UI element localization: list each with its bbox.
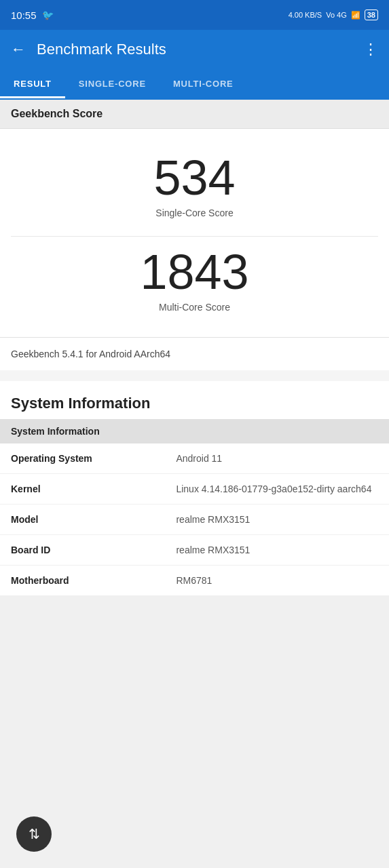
signal-icon: 📶 <box>351 11 360 20</box>
info-row-board-id: Board ID realme RMX3151 <box>0 535 389 566</box>
status-bar: 10:55 🐦 4.00 KB/S Vo 4G 📶 38 <box>0 0 389 30</box>
info-value-model: realme RMX3151 <box>176 514 378 525</box>
info-row-kernel: Kernel Linux 4.14.186-01779-g3a0e152-dir… <box>0 474 389 505</box>
info-key-kernel: Kernel <box>11 484 176 494</box>
info-row-motherboard: Motherboard RM6781 <box>0 566 389 596</box>
app-bar: ← Benchmark Results ⋮ <box>0 30 389 69</box>
status-left: 10:55 🐦 <box>11 9 54 21</box>
single-core-block: 534 Single-Core Score <box>11 142 378 236</box>
info-value-kernel: Linux 4.14.186-01779-g3a0e152-dirty aarc… <box>176 484 378 494</box>
status-time: 10:55 <box>11 9 37 21</box>
info-row-model: Model realme RMX3151 <box>0 505 389 535</box>
multi-core-label: Multi-Core Score <box>11 302 378 313</box>
info-value-os: Android 11 <box>176 453 378 464</box>
info-value-board-id: realme RMX3151 <box>176 545 378 555</box>
app-title: Benchmark Results <box>37 41 363 58</box>
multi-core-block: 1843 Multi-Core Score <box>11 236 378 330</box>
multi-core-score: 1843 <box>11 248 378 296</box>
fab-icon: ⇅ <box>29 826 40 842</box>
info-key-board-id: Board ID <box>11 545 176 555</box>
info-key-motherboard: Motherboard <box>11 575 176 586</box>
fab-button[interactable]: ⇅ <box>16 816 52 852</box>
content-area: Geekbench Score 534 Single-Core Score 18… <box>0 100 389 596</box>
system-info-title: System Information <box>0 381 389 419</box>
twitter-icon: 🐦 <box>42 9 54 20</box>
geekbench-score-header: Geekbench Score <box>0 100 389 129</box>
system-info-group-header: System Information <box>0 419 389 443</box>
scores-container: 534 Single-Core Score 1843 Multi-Core Sc… <box>0 129 389 337</box>
tab-single-core[interactable]: SINGLE-CORE <box>65 69 160 98</box>
info-value-motherboard: RM6781 <box>176 575 378 586</box>
info-row-os: Operating System Android 11 <box>0 443 389 474</box>
tabs-bar: RESULT SINGLE-CORE MULTI-CORE <box>0 69 389 100</box>
more-options-button[interactable]: ⋮ <box>363 41 378 58</box>
info-key-os: Operating System <box>11 453 176 464</box>
single-core-label: Single-Core Score <box>11 208 378 218</box>
geekbench-version: Geekbench 5.4.1 for Android AArch64 <box>0 337 389 370</box>
info-key-model: Model <box>11 514 176 525</box>
single-core-score: 534 <box>11 153 378 202</box>
back-button[interactable]: ← <box>11 41 26 58</box>
network-indicator: Vo 4G <box>326 11 347 19</box>
speed-indicator: 4.00 KB/S <box>289 11 322 19</box>
tab-result[interactable]: RESULT <box>0 69 65 98</box>
battery-indicator: 38 <box>365 9 378 20</box>
status-right: 4.00 KB/S Vo 4G 📶 38 <box>289 9 378 20</box>
tab-multi-core[interactable]: MULTI-CORE <box>160 69 247 98</box>
system-info-section: System Information System Information Op… <box>0 381 389 596</box>
